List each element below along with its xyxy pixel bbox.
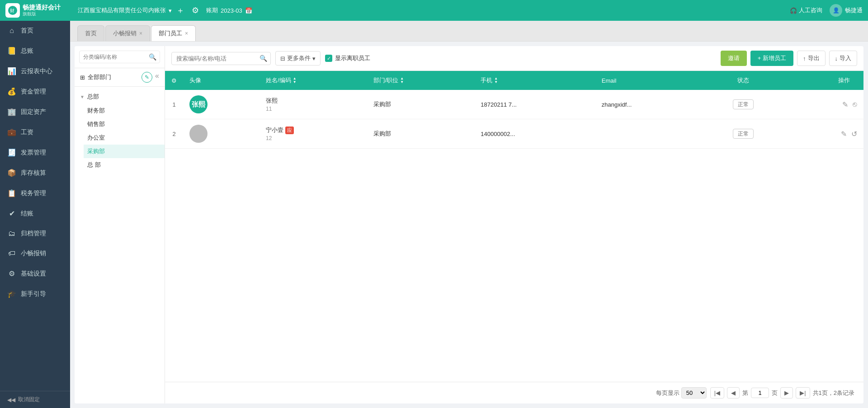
sidebar-item-funds[interactable]: 💰 资金管理 xyxy=(0,81,70,102)
row-name-cell: 张熙11 xyxy=(259,90,367,119)
page-nav: |◀ ◀ 第 页 ▶ ▶| 共1页，2条记录 xyxy=(710,387,854,399)
sidebar-item-reports[interactable]: 📊 云报表中心 xyxy=(0,61,70,81)
dept-office-label: 办公室 xyxy=(87,134,105,142)
per-page-dropdown[interactable]: 50 100 200 xyxy=(681,387,707,399)
dept-tree-item-general[interactable]: 总 部 xyxy=(84,158,165,172)
prev-page-button[interactable]: ◀ xyxy=(727,387,740,399)
import-button[interactable]: ↓ 导入 xyxy=(829,51,858,66)
dept-search-input[interactable] xyxy=(79,51,160,63)
tab-dept-employee[interactable]: 部门员工 × xyxy=(151,25,196,41)
sidebar-item-settlement[interactable]: ✔ 结账 xyxy=(0,203,70,224)
th-actions: 操作 xyxy=(785,71,863,90)
first-page-button[interactable]: |◀ xyxy=(710,387,724,399)
sidebar-item-invoice[interactable]: 🧾 发票管理 xyxy=(0,142,70,163)
sidebar-item-tax[interactable]: 📋 税务管理 xyxy=(0,183,70,203)
export-button[interactable]: ↑ 导出 xyxy=(797,51,826,66)
dept-tree-item-office[interactable]: 办公室 xyxy=(84,131,165,145)
support-button[interactable]: 🎧 人工咨询 xyxy=(790,6,822,14)
th-dept[interactable]: 部门/职位 ▲▼ xyxy=(367,71,475,90)
dept-employee-page: 🔍 ⊞ 全部部门 ✎ « ▼ xyxy=(75,46,863,403)
total-info: 共1页，2条记录 xyxy=(813,389,854,397)
th-phone[interactable]: 手机 ▲▼ xyxy=(474,71,595,90)
add-company-button[interactable]: ＋ xyxy=(176,5,184,16)
employee-table-body: 1张熙张熙11采购部18720211 7...zhangxidf...正常✎⎋2… xyxy=(165,90,863,149)
employee-name: 张熙 xyxy=(266,97,361,105)
sidebar-label-settings: 基础设置 xyxy=(21,270,46,278)
sidebar-item-inventory[interactable]: 📦 库存核算 xyxy=(0,163,70,183)
dept-header-icons: ✎ « xyxy=(142,72,159,83)
sidebar-label-reports: 云报表中心 xyxy=(21,67,52,75)
sidebar-label-tax: 税务管理 xyxy=(21,189,46,197)
invite-button[interactable]: 邀请 xyxy=(721,51,747,66)
row-status-cell: 正常 xyxy=(702,90,785,119)
edit-employee-icon[interactable]: ✎ xyxy=(841,130,847,138)
th-avatar: 头像 xyxy=(183,71,259,90)
dept-tree-children: 财务部 销售部 办公室 采购部 xyxy=(75,104,165,172)
next-page-button[interactable]: ▶ xyxy=(780,387,793,399)
sidebar-item-home[interactable]: ⌂ 首页 xyxy=(0,21,70,41)
edit-employee-icon[interactable]: ✎ xyxy=(842,100,848,109)
row-index: 1 xyxy=(165,90,183,119)
archive-icon: 🗂 xyxy=(7,230,16,238)
filter-icon: ⊟ xyxy=(280,55,285,62)
employee-avatar xyxy=(189,125,208,143)
show-resigned-checkbox[interactable]: ✓ 显示离职员工 xyxy=(325,54,370,62)
row-index: 2 xyxy=(165,119,183,149)
row-actions-cell: ✎⎋ xyxy=(785,90,863,119)
sidebar-item-archive[interactable]: 🗂 归档管理 xyxy=(0,224,70,244)
show-resigned-label: 显示离职员工 xyxy=(335,54,370,62)
tab-expense-close[interactable]: × xyxy=(139,30,142,37)
delete-employee-icon[interactable]: ↺ xyxy=(851,130,857,138)
checkbox-check-icon: ✓ xyxy=(325,55,332,62)
tab-home[interactable]: 首页 xyxy=(77,25,104,41)
sidebar-item-expense[interactable]: 🏷 小畅报销 xyxy=(0,244,70,263)
pin-icon: ◀◀ xyxy=(7,397,15,403)
last-page-button[interactable]: ▶| xyxy=(796,387,810,399)
app-edition: 旗舰版 xyxy=(23,11,61,17)
sidebar-item-guide[interactable]: 🎓 新手引导 xyxy=(0,284,70,304)
dept-grid-icon: ⊞ xyxy=(80,74,85,81)
company-selector[interactable]: 江西服宝精品有限责任公司内账张 ▾ xyxy=(78,6,172,14)
dept-tree-item-finance[interactable]: 财务部 xyxy=(84,104,165,117)
employee-search-input[interactable] xyxy=(171,52,271,65)
svg-text:财: 财 xyxy=(10,8,14,13)
th-name[interactable]: 姓名/编码 ▲▼ xyxy=(259,71,367,90)
top-settings-icon[interactable]: ⚙ xyxy=(192,5,199,15)
sidebar-label-inventory: 库存核算 xyxy=(21,169,46,177)
add-employee-button[interactable]: + 新增员工 xyxy=(750,51,793,66)
inventory-icon: 📦 xyxy=(7,169,16,177)
employee-code: 11 xyxy=(266,106,361,112)
status-badge: 正常 xyxy=(733,129,754,139)
sidebar-label-general-ledger: 总账 xyxy=(21,47,33,55)
sidebar-item-general-ledger[interactable]: 📒 总账 xyxy=(0,41,70,61)
tab-expense[interactable]: 小畅报销 × xyxy=(105,25,150,41)
sidebar-item-settings[interactable]: ⚙ 基础设置 xyxy=(0,263,70,284)
import-icon: ↓ xyxy=(835,55,838,62)
per-page-label: 每页显示 xyxy=(656,389,679,397)
row-status-cell: 正常 xyxy=(702,119,785,149)
tax-icon: 📋 xyxy=(7,189,16,197)
employee-name: 宁小壹应 xyxy=(266,126,361,134)
sidebar-item-salary[interactable]: 💼 工资 xyxy=(0,122,70,142)
cancel-pin-button[interactable]: ◀◀ 取消固定 xyxy=(0,391,70,408)
dept-tree-item-purchase[interactable]: 采购部 xyxy=(84,145,165,158)
settings-icon: ⚙ xyxy=(7,269,16,278)
calendar-icon[interactable]: 📅 xyxy=(245,7,252,14)
sidebar-item-fixed-assets[interactable]: 🏢 固定资产 xyxy=(0,102,70,122)
page-input[interactable] xyxy=(751,388,769,398)
dept-tree-item-sales[interactable]: 销售部 xyxy=(84,117,165,131)
row-dept-cell: 采购部 xyxy=(367,90,475,119)
tab-dept-employee-close[interactable]: × xyxy=(185,30,188,37)
more-filter-button[interactable]: ⊟ 更多条件 ▾ xyxy=(275,51,321,66)
th-settings[interactable]: ⚙ xyxy=(165,71,183,90)
app-title: 畅捷通好会计 xyxy=(23,4,61,11)
table-row: 1张熙张熙11采购部18720211 7...zhangxidf...正常✎⎋ xyxy=(165,90,863,119)
logout-employee-icon[interactable]: ⎋ xyxy=(853,100,857,108)
period-label: 账期 xyxy=(206,6,218,14)
all-depts-button[interactable]: ⊞ 全部部门 xyxy=(80,73,111,81)
period-value: 2023-03 xyxy=(221,7,242,14)
sidebar-label-invoice: 发票管理 xyxy=(21,149,46,157)
dept-add-icon[interactable]: ✎ xyxy=(142,72,152,83)
page-unit-label: 页 xyxy=(772,389,778,397)
dept-collapse-button[interactable]: « xyxy=(155,72,159,83)
